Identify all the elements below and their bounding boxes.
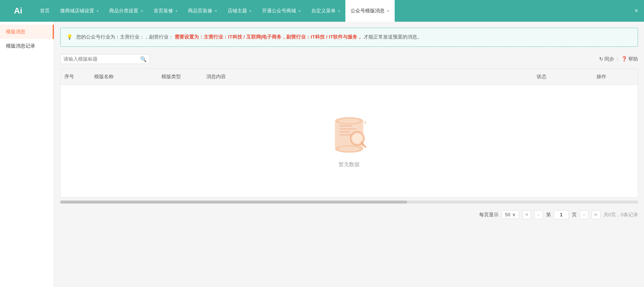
svg-rect-8 xyxy=(339,131,350,132)
tab-custommenu[interactable]: 自定义菜单 × xyxy=(306,0,345,22)
tab-templatemsg-label: 公众号模版消息 xyxy=(351,7,385,14)
sidebar-item-template-log[interactable]: 模版消息记录 xyxy=(0,39,54,53)
total-records-text: 共0页，0条记录 xyxy=(604,211,638,218)
main-layout: 模版消息 模版消息记录 💡 您的公众号行业为：主营行业：，副营行业： 需要设置为… xyxy=(0,22,644,287)
help-label: 帮助 xyxy=(628,56,638,62)
page-prefix: 第 xyxy=(546,211,551,218)
first-page-button[interactable]: ⊲ xyxy=(522,210,531,219)
notice-prefix: 您的公众号行业为：主营行业：，副营行业： xyxy=(76,34,173,40)
page-number-input[interactable] xyxy=(554,210,569,219)
empty-illustration xyxy=(327,114,372,155)
tab-home-label: 首页 xyxy=(40,7,50,14)
tab-weshop-close[interactable]: × xyxy=(96,9,99,13)
tab-category-close[interactable]: × xyxy=(141,9,143,13)
notice-icon: 💡 xyxy=(67,34,73,40)
notice-highlight: 需要设置为：主营行业：IT科技 / 互联网|电子商务，副营行业：IT科技 / I… xyxy=(175,34,362,40)
search-input[interactable] xyxy=(64,56,140,62)
col-index: 序号 xyxy=(61,69,90,85)
tab-theme-label: 店铺主题 xyxy=(228,7,247,14)
toolbar-right: ↻ 同步 | ❓ 帮助 xyxy=(599,56,638,62)
tab-templatemsg[interactable]: 公众号模版消息 × xyxy=(345,0,394,22)
page-size-value: 50 xyxy=(505,212,510,217)
tab-wechatshop[interactable]: 开通公众号商城 × xyxy=(257,0,306,22)
next-page-button[interactable]: › xyxy=(580,210,589,219)
tab-wechatshop-label: 开通公众号商城 xyxy=(262,7,296,14)
tab-productpage[interactable]: 商品页装修 × xyxy=(183,0,222,22)
sync-label: 同步 xyxy=(604,56,614,62)
col-name: 模版名称 xyxy=(90,69,158,85)
tab-home[interactable]: 首页 xyxy=(35,0,55,22)
last-page-button[interactable]: ⊳ xyxy=(592,210,601,219)
chevron-down-icon: ∨ xyxy=(512,212,516,217)
col-action: 操作 xyxy=(593,69,638,85)
tab-category[interactable]: 商品分类设置 × xyxy=(104,0,148,22)
page-size-select[interactable]: 50 ∨ xyxy=(502,210,519,219)
tab-templatemsg-close[interactable]: × xyxy=(387,9,389,13)
pagination-row: 每页显示 50 ∨ ⊲ ‹ 第 页 › ⊳ 共0页，0条记录 xyxy=(60,207,638,223)
top-nav: Ai 首页 微商城店铺设置 × 商品分类设置 × 首页装修 × 商品页装修 × … xyxy=(0,0,644,22)
tab-homepage-close[interactable]: × xyxy=(175,9,178,13)
svg-point-11 xyxy=(352,134,362,143)
svg-rect-6 xyxy=(339,125,352,126)
tab-weshop-label: 微商城店铺设置 xyxy=(60,7,94,14)
brand-logo-text: Ai xyxy=(14,6,22,16)
tab-theme-close[interactable]: × xyxy=(249,9,252,13)
empty-text: 暂无数据 xyxy=(339,161,360,168)
close-all-icon: × xyxy=(635,7,638,14)
tab-theme[interactable]: 店铺主题 × xyxy=(222,0,257,22)
table-header: 序号 模版名称 模版类型 消息内容 状态 操作 xyxy=(61,69,638,85)
sidebar-item-template-label: 模版消息 xyxy=(6,29,25,34)
col-status: 状态 xyxy=(533,69,593,85)
tab-wechatshop-close[interactable]: × xyxy=(298,9,301,13)
search-icon[interactable]: 🔍 xyxy=(140,56,147,62)
brand-logo: Ai xyxy=(1,0,35,22)
notice-box: 💡 您的公众号行业为：主营行业：，副营行业： 需要设置为：主营行业：IT科技 /… xyxy=(60,28,638,47)
sidebar-item-template[interactable]: 模版消息 xyxy=(0,25,54,39)
notice-suffix: 才能正常发送预置的消息。 xyxy=(364,34,422,40)
sync-icon: ↻ xyxy=(599,56,603,62)
tab-homepage[interactable]: 首页装修 × xyxy=(148,0,183,22)
content-area: 💡 您的公众号行业为：主营行业：，副营行业： 需要设置为：主营行业：IT科技 /… xyxy=(54,22,644,287)
sidebar-item-template-log-label: 模版消息记录 xyxy=(6,43,35,49)
horizontal-scrollbar[interactable] xyxy=(60,201,638,204)
tab-category-label: 商品分类设置 xyxy=(109,7,138,14)
sync-button[interactable]: ↻ 同步 xyxy=(599,56,614,62)
table-body: 暂无数据 xyxy=(61,85,638,197)
data-table: 序号 模版名称 模版类型 消息内容 状态 操作 xyxy=(60,68,638,198)
toolbar-divider: | xyxy=(617,56,618,62)
help-circle-icon: ❓ xyxy=(621,56,627,62)
tab-custommenu-close[interactable]: × xyxy=(338,9,340,13)
tab-homepage-label: 首页装修 xyxy=(154,7,173,14)
svg-point-3 xyxy=(339,119,360,123)
svg-rect-7 xyxy=(339,128,356,129)
tab-productpage-label: 商品页装修 xyxy=(188,7,212,14)
svg-point-5 xyxy=(339,147,360,151)
search-box[interactable]: 🔍 xyxy=(60,54,150,64)
tab-productpage-close[interactable]: × xyxy=(215,9,217,13)
tab-custommenu-label: 自定义菜单 xyxy=(311,7,336,14)
page-label: 页 xyxy=(572,211,577,218)
toolbar-row: 🔍 ↻ 同步 | ❓ 帮助 xyxy=(60,54,638,64)
tab-weshop[interactable]: 微商城店铺设置 × xyxy=(55,0,104,22)
prev-page-button[interactable]: ‹ xyxy=(534,210,543,219)
page-size-label: 每页显示 xyxy=(479,211,499,218)
col-content: 消息内容 xyxy=(203,69,533,85)
col-type: 模版类型 xyxy=(158,69,203,85)
empty-state-svg xyxy=(327,114,372,155)
close-all-tabs-button[interactable]: × xyxy=(630,7,643,14)
help-button[interactable]: ❓ 帮助 xyxy=(621,56,638,62)
sidebar: 模版消息 模版消息记录 xyxy=(0,22,54,287)
